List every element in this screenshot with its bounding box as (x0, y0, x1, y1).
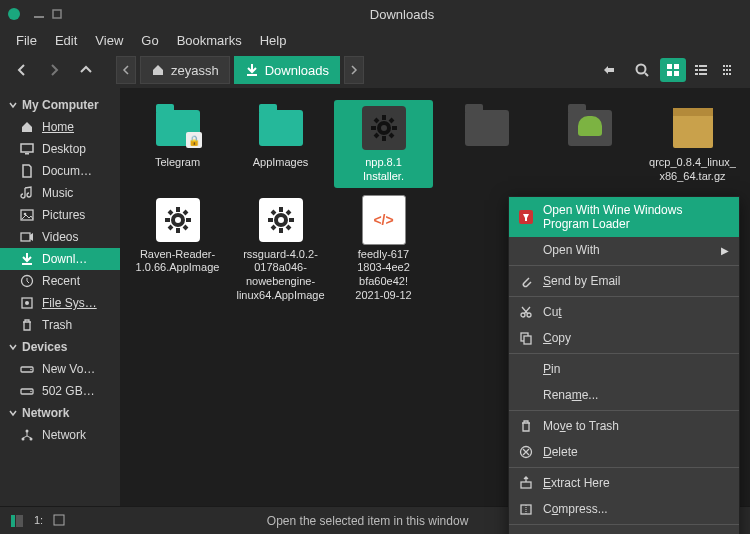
trash-icon (519, 419, 533, 433)
breadcrumb-current[interactable]: Downloads (234, 56, 340, 84)
svg-rect-12 (699, 73, 707, 75)
window-close-button[interactable] (8, 8, 20, 20)
file-item[interactable] (437, 100, 536, 188)
sidebar-item-clock[interactable]: Recent (0, 270, 120, 292)
svg-rect-6 (674, 71, 679, 76)
sidebar-item-document[interactable]: Docum… (0, 160, 120, 182)
file-item[interactable]: AppImages (231, 100, 330, 188)
sidebar-item-label: 502 GB… (42, 384, 95, 398)
close-sidebar-button[interactable] (53, 514, 65, 528)
breadcrumb-current-label: Downloads (265, 63, 329, 78)
svg-rect-10 (699, 69, 707, 71)
search-icon (634, 62, 650, 78)
context-menu-item[interactable]: Pin (509, 356, 739, 382)
sidebar-item-label: Downl… (42, 252, 87, 266)
sidebar-item-label: File Sys… (42, 296, 97, 310)
file-label: Telegram (155, 156, 200, 170)
sidebar-item-download[interactable]: Downl… (0, 248, 120, 270)
window-minimize-button[interactable] (34, 9, 44, 19)
svg-rect-19 (723, 73, 725, 75)
menu-view[interactable]: View (87, 31, 131, 50)
file-item[interactable] (540, 100, 639, 188)
show-treeview-button[interactable]: 1: (34, 514, 43, 528)
svg-point-2 (637, 65, 646, 74)
menu-go[interactable]: Go (133, 31, 166, 50)
menu-help[interactable]: Help (252, 31, 295, 50)
menu-file[interactable]: File (8, 31, 45, 50)
context-menu-item[interactable]: Extract Here (509, 470, 739, 496)
sidebar: My ComputerHomeDesktopDocum…MusicPicture… (0, 88, 120, 506)
file-item[interactable]: rssguard-4.0.2-0178a046-nowebengine-linu… (231, 192, 330, 307)
svg-rect-46 (521, 482, 531, 488)
view-mode-toggle (660, 58, 742, 82)
view-list-button[interactable] (688, 58, 714, 82)
svg-rect-50 (16, 515, 23, 527)
sidebar-item-desktop[interactable]: Desktop (0, 138, 120, 160)
context-menu-item[interactable]: Open With▶ (509, 237, 739, 263)
context-menu-item[interactable]: Properties (509, 527, 739, 534)
nav-back-button[interactable] (8, 56, 36, 84)
context-menu-item[interactable]: Move to Trash (509, 413, 739, 439)
sidebar-item-label: Recent (42, 274, 80, 288)
context-menu-item[interactable]: Delete (509, 439, 739, 465)
file-item[interactable]: Raven-Reader-1.0.66.AppImage (128, 192, 227, 307)
file-item[interactable]: 🔒Telegram (128, 100, 227, 188)
toggle-location-button[interactable] (596, 56, 624, 84)
context-menu-label: Cut (543, 305, 562, 319)
svg-rect-7 (695, 65, 698, 67)
sidebar-item-image[interactable]: Pictures (0, 204, 120, 226)
sidebar-item-video[interactable]: Videos (0, 226, 120, 248)
view-compact-button[interactable] (716, 58, 742, 82)
sidebar-item-drive[interactable]: 502 GB… (0, 380, 120, 402)
sidebar-section-header[interactable]: My Computer (0, 94, 120, 116)
sidebar-item-trash[interactable]: Trash (0, 314, 120, 336)
file-thumbnail (669, 104, 717, 152)
path-prev-button[interactable] (116, 56, 136, 84)
search-button[interactable] (628, 56, 656, 84)
file-item[interactable]: npp.8.1Installer. (334, 100, 433, 188)
context-menu-item[interactable]: Compress... (509, 496, 739, 522)
sidebar-item-network[interactable]: Network (0, 424, 120, 446)
menu-bookmarks[interactable]: Bookmarks (169, 31, 250, 50)
svg-rect-8 (699, 65, 707, 67)
svg-rect-11 (695, 73, 698, 75)
show-places-button[interactable] (10, 514, 24, 528)
svg-rect-20 (726, 73, 728, 75)
context-menu-item[interactable]: Open With Wine Windows Program Loader (509, 197, 739, 237)
file-item[interactable]: </>feedly-6171803-4ee2bfa60e42!2021-09-1… (334, 192, 433, 307)
context-menu-item[interactable]: Copy (509, 325, 739, 351)
context-menu-item[interactable]: Rename... (509, 382, 739, 408)
sidebar-section-header[interactable]: Network (0, 402, 120, 424)
window-maximize-button[interactable] (52, 9, 62, 19)
document-icon (20, 164, 34, 178)
svg-rect-0 (34, 16, 44, 18)
download-icon (245, 63, 259, 77)
context-menu: Open With Wine Windows Program LoaderOpe… (508, 196, 740, 534)
sidebar-section-header[interactable]: Devices (0, 336, 120, 358)
view-icons-button[interactable] (660, 58, 686, 82)
menu-edit[interactable]: Edit (47, 31, 85, 50)
sidebar-item-disk[interactable]: File Sys… (0, 292, 120, 314)
sidebar-item-music[interactable]: Music (0, 182, 120, 204)
context-menu-separator (509, 296, 739, 297)
svg-rect-21 (729, 73, 731, 75)
context-menu-item[interactable]: Send by Email (509, 268, 739, 294)
submenu-arrow-icon: ▶ (721, 245, 729, 256)
file-item[interactable]: qrcp_0.8.4_linux_x86_64.tar.gz (643, 100, 742, 188)
context-menu-item[interactable]: Cut (509, 299, 739, 325)
context-menu-label: Copy (543, 331, 571, 345)
svg-rect-1 (53, 10, 61, 18)
sidebar-item-home[interactable]: Home (0, 116, 120, 138)
file-grid[interactable]: 🔒TelegramAppImagesnpp.8.1Installer.qrcp_… (120, 88, 750, 506)
context-menu-label: Open With Wine Windows Program Loader (543, 203, 729, 231)
context-menu-separator (509, 353, 739, 354)
nav-forward-button[interactable] (40, 56, 68, 84)
breadcrumb-home[interactable]: zeyassh (140, 56, 230, 84)
nav-up-button[interactable] (72, 56, 100, 84)
context-menu-separator (509, 467, 739, 468)
file-thumbnail: </> (360, 196, 408, 244)
video-icon (20, 230, 34, 244)
svg-rect-14 (726, 65, 728, 67)
sidebar-item-drive[interactable]: New Vo… (0, 358, 120, 380)
path-next-button[interactable] (344, 56, 364, 84)
